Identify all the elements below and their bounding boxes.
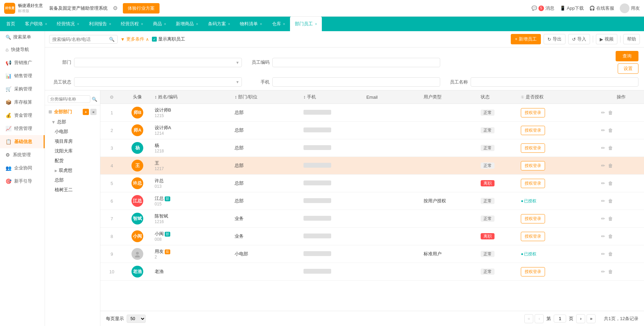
- show-resigned-toggle[interactable]: ✓ 显示离职员工: [152, 36, 185, 42]
- sidebar-item-marketing[interactable]: 📢 营销推广: [0, 56, 45, 69]
- prev-page-btn[interactable]: ‹: [535, 314, 544, 323]
- sidebar-item-guide[interactable]: 🎯 新手引导: [0, 175, 45, 188]
- auth-button[interactable]: 授权登录: [521, 108, 545, 117]
- dept-item-hq[interactable]: 总部: [45, 175, 100, 185]
- sidebar-item-purchase[interactable]: 🛒 采购管理: [0, 82, 45, 96]
- delete-icon[interactable]: 🗑: [608, 269, 613, 274]
- delete-icon[interactable]: 🗑: [608, 145, 613, 151]
- tab-home[interactable]: 首页: [1, 17, 20, 31]
- dept-item-general[interactable]: ▼ 总部: [45, 117, 100, 127]
- help-button[interactable]: 帮助: [623, 34, 640, 44]
- search-input[interactable]: [52, 37, 108, 42]
- auth-button[interactable]: 授权登录: [521, 214, 545, 223]
- edit-icon[interactable]: ✏: [601, 145, 605, 151]
- edit-icon[interactable]: ✏: [601, 198, 605, 204]
- delete-icon[interactable]: 🗑: [608, 110, 613, 115]
- delete-icon[interactable]: 🗑: [608, 180, 613, 186]
- edit-icon[interactable]: ✏: [601, 110, 605, 115]
- search-icon-dept[interactable]: 🔍: [92, 97, 97, 102]
- tab-operation[interactable]: 经营情况×: [52, 17, 84, 31]
- sidebar-search[interactable]: 🔍 搜索菜单: [0, 31, 45, 43]
- sidebar-item-nav[interactable]: ⌂ 快捷导航: [0, 43, 45, 56]
- edit-icon[interactable]: ✏: [601, 216, 605, 221]
- empcode-input[interactable]: [272, 58, 440, 67]
- close-icon[interactable]: ×: [260, 22, 262, 26]
- tab-warehouse[interactable]: 仓库×: [267, 17, 290, 31]
- first-page-btn[interactable]: «: [524, 314, 533, 323]
- tab-barcode[interactable]: 条码方案×: [203, 17, 235, 31]
- sidebar-item-basic[interactable]: 📋 基础信息: [0, 135, 45, 148]
- auth-button[interactable]: 授权登录: [521, 126, 545, 135]
- query-button[interactable]: 查询: [616, 51, 638, 61]
- last-page-btn[interactable]: »: [587, 314, 596, 323]
- app-download-item[interactable]: 📱 App下载: [560, 5, 584, 11]
- phone-input[interactable]: [272, 77, 440, 87]
- tab-goods[interactable]: 商品×: [148, 17, 171, 31]
- close-icon[interactable]: ×: [164, 22, 166, 26]
- page-size-select[interactable]: 50 20 100: [127, 315, 146, 323]
- edit-icon[interactable]: ✏: [601, 127, 605, 133]
- auth-button[interactable]: 授权登录: [521, 179, 545, 188]
- close-icon[interactable]: ×: [77, 22, 79, 26]
- set-button[interactable]: 设置: [618, 63, 638, 74]
- search-icon-btn[interactable]: 🔍: [109, 37, 115, 42]
- edit-icon[interactable]: ✏: [601, 180, 605, 186]
- close-icon[interactable]: ×: [196, 22, 198, 26]
- user-item[interactable]: 用友: [620, 3, 640, 13]
- sidebar-item-finance[interactable]: 💰 资金管理: [0, 109, 45, 122]
- edit-icon[interactable]: ✏: [601, 251, 605, 257]
- add-dept-icon[interactable]: +: [83, 109, 89, 115]
- delete-icon[interactable]: 🗑: [608, 234, 613, 239]
- tab-customer[interactable]: 客户联络×: [20, 17, 52, 31]
- edit-icon[interactable]: ✏: [601, 234, 605, 239]
- sidebar-item-collab[interactable]: 👥 企业协同: [0, 161, 45, 175]
- next-page-btn[interactable]: ›: [576, 314, 585, 323]
- message-item[interactable]: 💬 5 消息: [532, 5, 554, 11]
- auth-button[interactable]: 授权登录: [521, 232, 545, 241]
- col-phone-header[interactable]: ↕ 手机: [301, 90, 364, 104]
- import-button[interactable]: ↺ 导入: [568, 34, 590, 44]
- export-button[interactable]: ↻ 导出: [544, 34, 565, 44]
- empname-input[interactable]: [471, 77, 638, 87]
- gear-button[interactable]: ⚙: [110, 3, 120, 13]
- dept-item-distribution[interactable]: 配货: [45, 156, 100, 166]
- auth-button[interactable]: 授权登录: [521, 143, 545, 153]
- close-icon[interactable]: ×: [228, 22, 230, 26]
- close-icon[interactable]: ×: [141, 22, 143, 26]
- sidebar-item-business[interactable]: 📈 经营管理: [0, 122, 45, 135]
- tab-add-goods[interactable]: 新增商品×: [171, 17, 203, 31]
- close-icon[interactable]: ×: [315, 22, 317, 26]
- tab-profit[interactable]: 利润报告×: [84, 17, 116, 31]
- auth-button[interactable]: 授权登录: [521, 267, 545, 276]
- dept-item-project[interactable]: 项目库房: [45, 136, 100, 146]
- add-employee-button[interactable]: + 新增员工: [511, 34, 541, 44]
- delete-icon[interactable]: 🗑: [608, 198, 613, 204]
- trial-button[interactable]: 体验行业方案: [123, 3, 160, 14]
- edit-icon[interactable]: ✏: [601, 269, 605, 274]
- sidebar-item-sales[interactable]: 📊 销售管理: [0, 69, 45, 82]
- online-service-item[interactable]: 🎧 在线客服: [589, 5, 614, 11]
- auth-button[interactable]: 授权登录: [521, 161, 545, 170]
- close-icon[interactable]: ×: [45, 22, 47, 26]
- close-icon[interactable]: ×: [109, 22, 111, 26]
- page-input[interactable]: [554, 315, 566, 323]
- tab-history[interactable]: 经营历程×: [116, 17, 148, 31]
- empstatus-select[interactable]: ▾: [74, 77, 242, 87]
- col-dept-header[interactable]: ↕ 部门/职位: [232, 90, 300, 104]
- tab-department[interactable]: 部门员工×: [290, 17, 322, 31]
- delete-icon[interactable]: 🗑: [608, 163, 613, 168]
- collapse-icon[interactable]: «: [90, 109, 97, 115]
- dept-item-electronics[interactable]: 小电部: [45, 127, 100, 136]
- sidebar-item-inventory[interactable]: 📦 库存核算: [0, 96, 45, 109]
- dept-search-input[interactable]: [48, 95, 90, 103]
- dept-item-shuanghu[interactable]: ▶ 双虎想: [45, 166, 100, 175]
- dept-select[interactable]: ▾: [74, 58, 242, 67]
- dept-item-tree[interactable]: 植树王二: [45, 185, 100, 195]
- edit-icon[interactable]: ✏: [601, 163, 605, 168]
- dept-item-shenyang[interactable]: 沈阳大库: [45, 146, 100, 156]
- more-filter-btn[interactable]: ▼ 更多条件 ∧: [120, 36, 149, 42]
- delete-icon[interactable]: 🗑: [608, 251, 613, 257]
- sidebar-item-system[interactable]: ⚙ 系统管理: [0, 148, 45, 161]
- delete-icon[interactable]: 🗑: [608, 127, 613, 133]
- col-name-header[interactable]: ↕ 姓名/编码: [152, 90, 232, 104]
